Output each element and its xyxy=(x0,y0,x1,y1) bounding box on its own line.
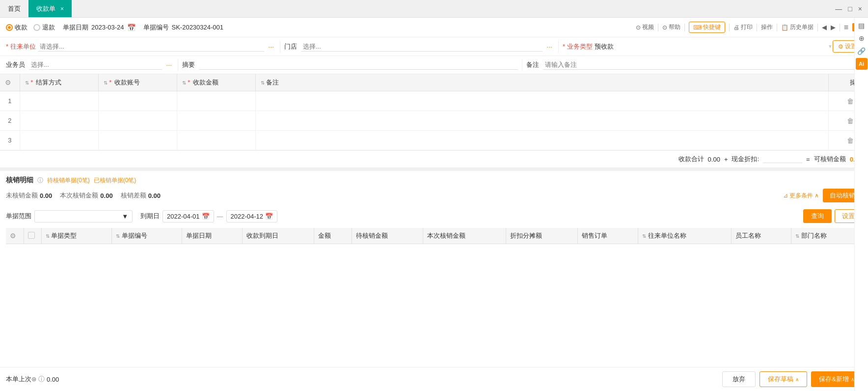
filter-range-label: 单据范围 xyxy=(6,212,31,221)
second-gear-icon[interactable]: ⚙ xyxy=(10,232,16,240)
row-2-amount[interactable] xyxy=(177,111,255,131)
filter-range-select[interactable]: ▼ xyxy=(34,210,133,223)
row-2-account[interactable] xyxy=(98,111,177,131)
business-type-label: * 业务类型 xyxy=(563,42,593,51)
business-type-dropdown[interactable]: ▼ xyxy=(828,44,833,49)
second-table-wrapper[interactable]: ⚙ ⇅ 单据类型 ⇅ 单据编号 单据日期 xyxy=(6,228,862,362)
store-more-btn[interactable]: ··· xyxy=(544,43,554,51)
discount-input[interactable] xyxy=(763,155,802,163)
note-input[interactable] xyxy=(543,60,862,70)
toolbar: 收款 退款 单据日期 2023-03-24 📅 单据编号 SK-20230324… xyxy=(0,18,868,37)
tab-home[interactable]: 首页 xyxy=(0,0,28,17)
partner-input[interactable] xyxy=(38,42,265,52)
nuclear-section: 核销明细 ⓘ 待核销单据(0笔) 已核销单据(0笔) 未核销金额 0.00 本次… xyxy=(0,168,868,367)
summary-label: 摘要 xyxy=(182,60,195,69)
sidebar-icon-ai[interactable]: Ai xyxy=(856,58,868,70)
sep2 xyxy=(558,41,559,53)
bottom-info-icon[interactable]: ⓘ xyxy=(38,375,45,384)
partner-more-btn[interactable]: ··· xyxy=(266,43,276,51)
row-1-account[interactable] xyxy=(98,91,177,111)
th-note: ⇅ 备注 xyxy=(255,74,829,91)
th2-doc-type: ⇅ 单据类型 xyxy=(41,228,111,244)
th2-due-date: 收款到期日 xyxy=(243,228,314,244)
row-2-note[interactable] xyxy=(255,111,829,131)
row-3-settlement[interactable] xyxy=(20,131,98,150)
row-2-num: 2 xyxy=(0,111,20,131)
toolbar-right: ⊙ 视频 ⊙ 帮助 ⌨ 快捷键 🖨 打印 操作 xyxy=(636,22,862,33)
th2-partner-name: ⇅ 往来单位名称 xyxy=(638,228,732,244)
calendar-icon[interactable]: 📅 xyxy=(127,24,136,31)
query-btn[interactable]: 查询 xyxy=(803,209,832,223)
row-1-delete-icon[interactable]: 🗑 xyxy=(847,97,854,105)
filter-row: 单据范围 ▼ 到期日 2022-04-01 📅 — 2022-04-12 📅 xyxy=(6,206,862,226)
row-3-note[interactable] xyxy=(255,131,829,150)
help-btn[interactable]: ⊙ 帮助 xyxy=(662,23,680,31)
number-field: 单据编号 SK-20230324-001 xyxy=(143,23,224,32)
tab-close-btn[interactable]: × xyxy=(60,5,64,12)
sidebar-icon-table[interactable]: ▤ xyxy=(856,20,868,31)
business-type-field: * 业务类型 预收款 ▼ xyxy=(563,42,833,51)
row-3-account[interactable] xyxy=(98,131,177,150)
row-1-amount[interactable] xyxy=(177,91,255,111)
row-3-delete-icon[interactable]: 🗑 xyxy=(847,137,854,144)
th2-staff-name: 员工名称 xyxy=(731,228,791,244)
sep3 xyxy=(178,59,178,71)
date-value: 2023-03-24 xyxy=(91,24,124,31)
history-label: 历史单据 xyxy=(790,23,814,31)
form-row-2: 业务员 ··· 摘要 备注 xyxy=(0,56,868,74)
radio-receipt[interactable]: 收款 xyxy=(6,23,27,32)
window-minimize[interactable]: — xyxy=(833,4,844,14)
second-table-header: ⚙ ⇅ 单据类型 ⇅ 单据编号 单据日期 xyxy=(6,228,862,244)
summary-input[interactable] xyxy=(199,60,518,70)
th2-gear: ⚙ xyxy=(6,228,24,244)
print-label: 打印 xyxy=(741,23,753,31)
list-view-btn[interactable]: ≡ xyxy=(844,23,848,32)
date-label: 单据日期 xyxy=(63,23,88,32)
shortcut-btn[interactable]: ⌨ 快捷键 xyxy=(689,22,725,33)
th-amount: ⇅ * 收款金额 xyxy=(177,74,255,91)
date-to-value: 2022-04-12 xyxy=(231,213,264,220)
th2-sales-order: 销售订单 xyxy=(578,228,638,244)
divider6 xyxy=(817,24,818,31)
completed-link[interactable]: 已核销单据(0笔) xyxy=(94,176,136,185)
row-1-settlement[interactable] xyxy=(20,91,98,111)
save-draft-arrow: ∧ xyxy=(795,377,799,382)
date-to-input[interactable]: 2022-04-12 📅 xyxy=(226,210,278,223)
window-maximize[interactable]: □ xyxy=(846,4,854,14)
nav-prev-btn[interactable]: ◀ xyxy=(822,24,827,31)
pending-link[interactable]: 待核销单据(0笔) xyxy=(47,176,90,185)
stats-row: 未核销金额 0.00 本次核销金额 0.00 核销差额 0.00 ⊿ 更多条件 … xyxy=(6,189,862,202)
select-all-checkbox[interactable] xyxy=(28,232,35,239)
total-label: 收款合计 xyxy=(678,155,704,164)
print-btn[interactable]: 🖨 打印 xyxy=(733,23,753,31)
sales-rep-input[interactable] xyxy=(29,60,162,70)
gear-icon[interactable]: ⚙ xyxy=(5,79,11,86)
more-conditions-btn[interactable]: ⊿ 更多条件 ∧ xyxy=(783,192,819,200)
section-info-icon[interactable]: ⓘ xyxy=(37,176,43,185)
row-2-delete-icon[interactable]: 🗑 xyxy=(847,117,854,125)
abandon-btn[interactable]: 放弃 xyxy=(722,371,756,387)
row-3-amount[interactable] xyxy=(177,131,255,150)
window-close[interactable]: × xyxy=(856,4,864,14)
store-input[interactable] xyxy=(301,42,542,52)
video-btn[interactable]: ⊙ 视频 xyxy=(636,23,654,31)
calendar-to-icon[interactable]: 📅 xyxy=(265,213,273,220)
sidebar-icon-link[interactable]: 🔗 xyxy=(856,45,868,57)
partner-field: * 往来单位 ··· xyxy=(6,42,276,52)
date-from-input[interactable]: 2022-04-01 📅 xyxy=(163,210,214,223)
operations-btn[interactable]: 操作 xyxy=(761,23,773,31)
main-table-wrapper: ⚙ ⇅ * 结算方式 ⇅ * 收款账号 ⇅ * 收款 xyxy=(0,74,868,151)
divider1 xyxy=(658,24,658,31)
row-1-note[interactable] xyxy=(255,91,829,111)
nav-next-btn[interactable]: ▶ xyxy=(831,24,836,31)
bottom-label: 本单上次⊙ xyxy=(6,375,36,384)
tab-current[interactable]: 收款单 × xyxy=(28,0,72,17)
save-draft-btn[interactable]: 保存草稿 ∧ xyxy=(760,371,807,387)
sales-rep-more-btn[interactable]: ··· xyxy=(164,61,174,69)
row-2-settlement[interactable] xyxy=(20,111,98,131)
history-btn[interactable]: 📋 历史单据 xyxy=(781,23,814,31)
sidebar-icon-add[interactable]: ⊕ xyxy=(856,32,868,44)
calendar-from-icon[interactable]: 📅 xyxy=(202,213,210,220)
th2-dept-name: ⇅ 部门名称 xyxy=(791,228,862,244)
radio-refund[interactable]: 退款 xyxy=(33,23,55,32)
